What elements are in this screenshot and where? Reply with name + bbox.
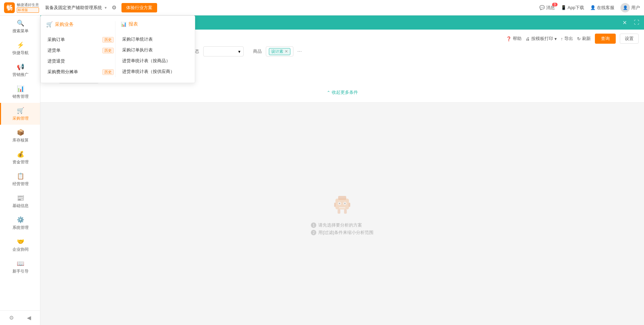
report-col-icon: 📊: [121, 22, 127, 27]
dropdown-item-order-stats[interactable]: 采购订单统计表: [121, 34, 190, 45]
query-btn[interactable]: 查询: [595, 34, 616, 44]
sidebar: 🔍 搜索菜单 ⚡ 快捷导航 📢 营销推广 📊 销售管理 🛒 采购管理 📦 库存核…: [0, 15, 40, 325]
empty-tip-2: 用[过滤]条件来缩小分析范围: [318, 230, 373, 236]
app-download-btn[interactable]: 📱 App下载: [561, 5, 584, 11]
export-icon: ↑: [561, 36, 563, 41]
top-actions: 💬 消息 9 📱 App下载 👤 在线客服 👤 用户: [539, 3, 640, 12]
system-info: 装备及固定资产辅助管理系统 ▾ ⚙ 体验行业方案: [41, 3, 539, 12]
inventory-icon: 📦: [17, 129, 24, 136]
sidebar-item-label: 资金管理: [12, 159, 29, 165]
goods-tag-remove[interactable]: ✕: [285, 49, 288, 54]
export-btn[interactable]: ↑ 导出: [561, 36, 573, 42]
sales-icon: 📊: [17, 85, 24, 92]
dropdown-item-return[interactable]: 进货退货: [46, 56, 115, 67]
doc-status-select[interactable]: [203, 46, 244, 56]
goods-input[interactable]: 设计素 ✕: [266, 46, 293, 56]
sidebar-item-inventory[interactable]: 📦 库存核算: [0, 125, 40, 147]
dropdown-item-cost-spread[interactable]: 采购费用分摊单 历史: [46, 67, 115, 77]
dropdown-item-order-exec[interactable]: 采购订单执行表: [121, 45, 190, 55]
collapse-sidebar-btn[interactable]: ◀: [27, 315, 31, 321]
dropdown-item-purchase-order[interactable]: 采购订单 历史: [46, 34, 115, 45]
history-badge: 历史: [102, 69, 114, 75]
user-btn[interactable]: 👤 用户: [620, 3, 640, 12]
svg-rect-1: [338, 196, 346, 200]
logo: 畅 畅捷通好生意 标准版: [4, 2, 41, 13]
step-2: 2: [311, 230, 316, 235]
sidebar-item-search[interactable]: 🔍 搜索菜单: [0, 15, 40, 37]
doc-status-chevron-icon: [238, 49, 241, 54]
refresh-btn[interactable]: ↻ 刷新: [577, 36, 591, 42]
system-icon: ⚙️: [17, 216, 24, 224]
sidebar-bottom: ⚙ ◀: [0, 310, 40, 325]
svg-rect-6: [339, 207, 345, 208]
sidebar-item-operation[interactable]: 📋 经营管理: [0, 168, 40, 190]
empty-state: 1 请先选择要分析的方案 2 用[过滤]条件来缩小分析范围: [40, 103, 644, 325]
empty-tips: 1 请先选择要分析的方案 2 用[过滤]条件来缩小分析范围: [311, 222, 373, 237]
system-title: 装备及固定资产辅助管理系统: [45, 5, 102, 11]
operation-icon: 📋: [17, 172, 24, 180]
sidebar-item-sales[interactable]: 📊 销售管理: [0, 81, 40, 103]
gear-icon[interactable]: ⚙: [109, 3, 119, 12]
empty-tip-1: 请先选择要分析的方案: [318, 222, 362, 228]
sidebar-item-label: 搜索菜单: [12, 28, 29, 34]
logo-text: 畅捷通好生意: [17, 2, 39, 7]
svg-rect-9: [337, 209, 340, 214]
maximize-icon[interactable]: ⛶: [632, 18, 641, 27]
help-btn[interactable]: ❓ 帮助: [506, 36, 522, 42]
svg-point-5: [344, 203, 346, 204]
chevron-up-icon: ⌃: [327, 90, 330, 95]
sidebar-item-enterprise[interactable]: 🤝 企业协同: [0, 234, 40, 256]
close-all-icon[interactable]: ✕: [620, 18, 629, 27]
goods-label: 商品: [253, 48, 262, 54]
sidebar-item-label: 新手引导: [12, 269, 29, 274]
sidebar-item-quick-nav[interactable]: ⚡ 快捷导航: [0, 37, 40, 59]
svg-point-4: [339, 203, 341, 204]
sidebar-item-marketing[interactable]: 📢 营销推广: [0, 59, 40, 81]
purchase-business-col: 🛒 采购业务 采购订单 历史 进货单 历史 进货退货 采购费用分摊单 历史: [46, 21, 115, 77]
message-icon: 💬: [539, 5, 545, 10]
industry-btn[interactable]: 体验行业方案: [121, 3, 157, 12]
report-col: 📊 报表 采购订单统计表 采购订单执行表 进货单统计表（按商品） 进货单统计表（…: [115, 21, 190, 77]
tab-bar-actions: ✕ ⛶: [620, 18, 641, 27]
guide-icon: 📖: [17, 260, 24, 267]
sidebar-item-label: 采购管理: [12, 116, 29, 121]
collapse-btn[interactable]: ⌃ 收起更多条件: [46, 87, 639, 98]
sidebar-item-finance[interactable]: 💰 资金管理: [0, 147, 40, 168]
sidebar-item-label: 库存核算: [12, 137, 29, 143]
dropdown-item-incoming[interactable]: 进货单 历史: [46, 45, 115, 56]
search-icon: 🔍: [17, 19, 24, 27]
message-btn[interactable]: 💬 消息 9: [539, 5, 555, 11]
sidebar-item-label: 经营管理: [12, 181, 29, 187]
report-title: 📊 报表: [121, 21, 190, 30]
settings-filter-btn[interactable]: 设置: [620, 34, 639, 44]
print-btn[interactable]: 🖨 按模板打印 ▾: [526, 36, 557, 42]
purchase-col-icon: 🛒: [46, 21, 53, 28]
svg-rect-7: [334, 203, 336, 207]
settings-btn[interactable]: ⚙: [9, 315, 14, 321]
step-1: 1: [311, 222, 316, 228]
enterprise-icon: 🤝: [17, 238, 24, 245]
purchase-business-title: 🛒 采购业务: [46, 21, 115, 30]
sidebar-item-label: 基础信息: [12, 203, 29, 209]
sidebar-item-basic[interactable]: 📰 基础信息: [0, 190, 40, 212]
marketing-icon: 📢: [17, 63, 24, 71]
logo-badge: 标准版: [17, 7, 39, 13]
finance-icon: 💰: [17, 151, 24, 158]
sidebar-item-purchase[interactable]: 🛒 采购管理: [0, 103, 40, 125]
goods-more-btn[interactable]: ···: [297, 48, 302, 54]
sidebar-item-guide[interactable]: 📖 新手引导: [0, 256, 40, 278]
sidebar-item-label: 销售管理: [12, 94, 29, 99]
chevron-down-icon[interactable]: ▾: [105, 5, 107, 10]
sidebar-item-system[interactable]: ⚙️ 系统管理: [0, 212, 40, 234]
top-bar: 畅 畅捷通好生意 标准版 装备及固定资产辅助管理系统 ▾ ⚙ 体验行业方案 💬 …: [0, 0, 644, 15]
sidebar-item-label: 快捷导航: [12, 50, 29, 56]
print-chevron-icon[interactable]: ▾: [554, 36, 557, 41]
empty-illustration: [329, 191, 356, 217]
dropdown-item-incoming-stats-goods[interactable]: 进货单统计表（按商品）: [121, 55, 190, 66]
logo-icon: 畅: [4, 2, 15, 13]
dropdown-item-incoming-stats-supplier[interactable]: 进货单统计表（按供应商）: [121, 66, 190, 77]
svg-rect-10: [344, 209, 347, 214]
svg-rect-8: [349, 203, 350, 207]
help-icon: ❓: [506, 36, 511, 41]
online-service-btn[interactable]: 👤 在线客服: [590, 5, 614, 11]
